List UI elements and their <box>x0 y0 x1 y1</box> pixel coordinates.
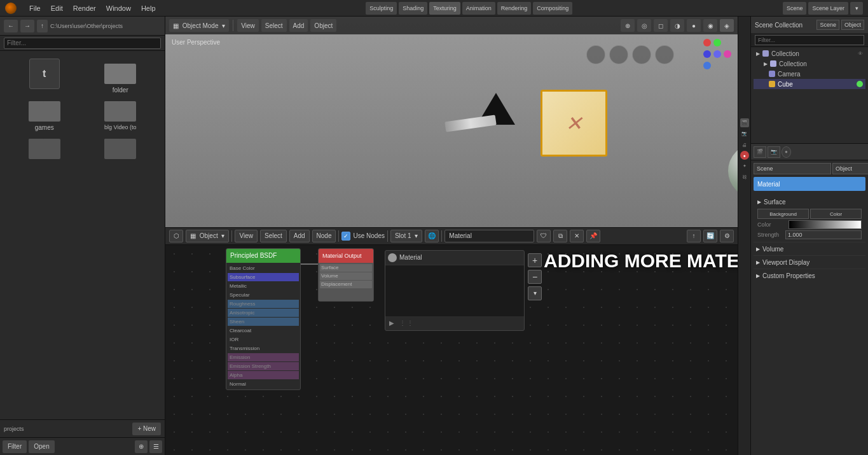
surface-header[interactable]: ▶ Surface <box>757 196 862 207</box>
use-nodes-checkbox[interactable]: ✓ <box>341 232 350 241</box>
list-item[interactable]: games <box>8 96 81 131</box>
list-item[interactable]: blg Video (to <box>84 96 158 131</box>
left-sidebar: ← → ↑ C:\Users\user\Other\projects t <box>0 17 165 455</box>
surface-option-background[interactable]: Background <box>757 209 809 219</box>
shader-right-3[interactable]: ⚙ <box>720 230 734 242</box>
toolbar-btn-2[interactable]: Shading <box>399 2 427 15</box>
shader-node-btn[interactable]: Node <box>312 230 336 242</box>
viewport-display-header[interactable]: ▶ Viewport Display <box>754 257 865 267</box>
node-input-2: Subsurface <box>228 273 299 281</box>
shader-select-btn[interactable]: Select <box>260 230 287 242</box>
sidebar-nav-back[interactable]: ← <box>4 20 18 32</box>
menu-edit[interactable]: Edit <box>51 4 63 12</box>
viewport-tool-3[interactable]: ◻ <box>654 19 668 32</box>
active-material-item[interactable]: Material <box>754 177 865 191</box>
open-btn[interactable]: Open <box>29 440 54 453</box>
viewport-mode-btn[interactable]: ▦ Object Mode ▾ <box>169 19 229 32</box>
sidebar-filter-input[interactable] <box>4 38 161 49</box>
toolbar-btn-1[interactable]: Sculpting <box>366 2 397 15</box>
select-btn[interactable]: Select <box>261 19 287 32</box>
list-item[interactable]: folder <box>84 59 158 94</box>
down-material-btn[interactable]: ▾ <box>528 286 542 300</box>
strip-icon-particles[interactable]: ✦ <box>740 162 749 171</box>
shader-mode-icon[interactable]: ⬡ <box>169 230 183 242</box>
viewport-shading-3[interactable]: ◉ <box>703 19 717 32</box>
scene-name-input[interactable] <box>754 163 831 174</box>
surface-label: Surface <box>764 199 785 206</box>
viewport-tool-1[interactable]: ⊕ <box>621 19 635 32</box>
view-btn[interactable]: View <box>237 19 259 32</box>
list-item[interactable] <box>84 134 158 162</box>
add-btn[interactable]: Add <box>289 19 308 32</box>
viewport-shading-2[interactable]: ● <box>687 19 701 32</box>
sidebar-nav-up[interactable]: ↑ <box>37 20 48 32</box>
outliner-search-input[interactable] <box>755 35 864 45</box>
add-material-btn[interactable]: + <box>528 253 542 267</box>
toolbar-btn-3[interactable]: Animation <box>462 2 495 15</box>
strip-icon-active[interactable]: ● <box>740 151 749 160</box>
properties-content: Material ▶ Surface Background Color <box>751 160 868 284</box>
object-btn[interactable]: Object <box>841 20 864 30</box>
strip-icon-constraints[interactable]: ⛓ <box>740 172 749 181</box>
tree-item-collection-root[interactable]: ▶ Collection 👁 <box>754 48 865 59</box>
custom-props-header[interactable]: ▶ Custom Properties <box>754 270 865 281</box>
new-folder-btn[interactable]: + New <box>132 423 161 435</box>
remove-material-btn[interactable]: − <box>528 270 542 284</box>
viewport-color-dots <box>703 39 731 69</box>
tree-item-camera[interactable]: Camera <box>754 69 865 79</box>
shader-object-mode-btn[interactable]: ▦ Object ▾ <box>186 230 229 242</box>
delete-material-btn[interactable]: ✕ <box>570 230 584 242</box>
volume-header[interactable]: ▶ Volume <box>754 244 865 254</box>
strip-icon-output[interactable]: 🖨 <box>740 140 749 149</box>
slot-dropdown[interactable]: Slot 1 ▾ <box>390 230 422 242</box>
viewport-tool-2[interactable]: ◎ <box>637 19 651 32</box>
shield-icon-btn[interactable]: 🛡 <box>537 230 551 242</box>
shader-add-btn[interactable]: Add <box>289 230 310 242</box>
prop-tab-scene[interactable]: 🎬 <box>754 146 766 158</box>
render-engine-btn[interactable]: ▾ <box>850 2 863 15</box>
color-label: Color <box>757 221 786 228</box>
list-item[interactable] <box>8 134 81 162</box>
copy-material-btn[interactable]: ⧉ <box>553 230 567 242</box>
viewport-shading-1[interactable]: ◑ <box>670 19 684 32</box>
toolbar-btn-4[interactable]: Rendering <box>497 2 532 15</box>
scene-btn[interactable]: Scene <box>783 2 807 15</box>
viewport-mode-icon: ▦ <box>173 22 179 29</box>
shader-view-btn[interactable]: View <box>235 230 258 242</box>
mode-icon: ▦ <box>190 232 196 239</box>
pin-material-btn[interactable]: 📌 <box>586 230 600 242</box>
toolbar-btn-active[interactable]: Texturing <box>429 2 460 15</box>
strip-icon-render[interactable]: 📷 <box>740 129 749 138</box>
scene-layer-btn[interactable]: Scene Layer <box>808 2 848 15</box>
center-area: ▦ Object Mode ▾ View Select Add Object ⊕… <box>165 17 738 455</box>
node-inputs: Base Color Subsurface Metallic Specular … <box>226 263 300 389</box>
tree-item-collection-1[interactable]: ▶ Collection <box>754 59 865 69</box>
menu-window[interactable]: Window <box>106 4 131 12</box>
menu-render[interactable]: Render <box>73 4 96 12</box>
prop-tab-render[interactable]: 📷 <box>768 146 780 158</box>
color-picker-bar[interactable] <box>789 220 862 229</box>
toolbar-btn-5[interactable]: Compositing <box>533 2 572 15</box>
viewport-shading-4[interactable]: ◈ <box>720 19 734 32</box>
surface-option-color[interactable]: Color <box>810 209 862 219</box>
object-name-input[interactable] <box>832 163 868 174</box>
strength-input[interactable] <box>785 230 862 239</box>
node-input-10: Transmission <box>228 344 299 353</box>
list-item[interactable]: t <box>8 59 81 94</box>
scene-btn[interactable]: Scene <box>816 20 839 30</box>
globe-icon-btn[interactable]: 🌐 <box>425 230 439 242</box>
tree-item-cube[interactable]: Cube <box>754 79 865 89</box>
material-name-input[interactable] <box>444 230 534 242</box>
filter-btn[interactable]: Filter <box>3 440 27 453</box>
sidebar-nav-forward[interactable]: → <box>20 20 34 32</box>
shader-right-1[interactable]: ↑ <box>687 230 701 242</box>
list-view-btn[interactable]: ☰ <box>149 440 162 453</box>
menu-file[interactable]: File <box>29 4 41 12</box>
menu-help[interactable]: Help <box>141 4 156 12</box>
shader-right-2[interactable]: 🔄 <box>703 230 717 242</box>
object-btn[interactable]: Object <box>310 19 336 32</box>
prop-tab-active[interactable]: ● <box>782 146 791 158</box>
output-node-title: Material Output <box>322 253 362 259</box>
zoom-btn[interactable]: ⊕ <box>135 440 148 453</box>
strip-icon-scene[interactable]: 🎬 <box>740 118 749 127</box>
